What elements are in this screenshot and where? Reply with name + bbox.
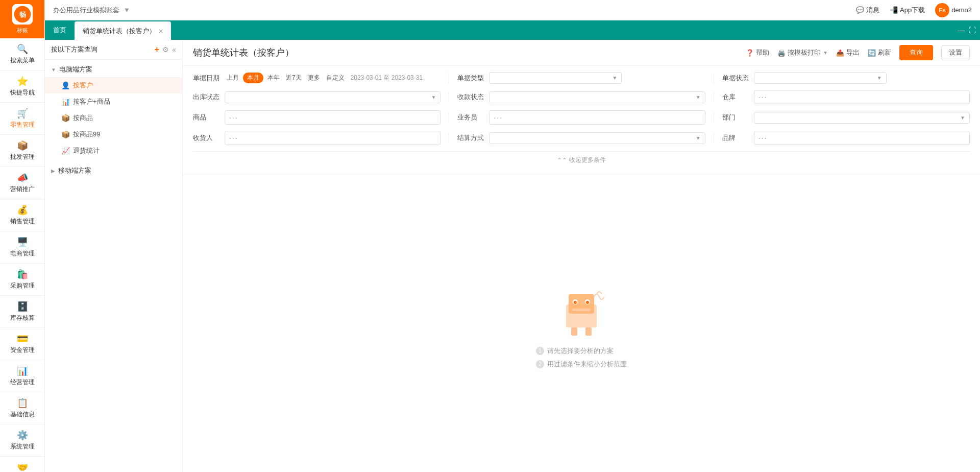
finance-icon: 💳 [17,333,28,344]
sidebar-item-search[interactable]: 🔍 搜索菜单 [0,38,44,70]
sidebar-item-basic[interactable]: 📋 基础信息 [0,392,44,424]
operations-icon: 📊 [17,365,28,376]
brand-dots[interactable]: ··· [758,134,768,142]
sidebar-item-sales[interactable]: 💰 销售管理 [0,199,44,231]
tab-home[interactable]: 首页 [45,20,75,40]
warehouse-dots[interactable]: ··· [758,93,768,101]
hint-item-1: 1 请先选择要分析的方案 [536,346,627,356]
scheme-item-by-goods-label: 按商品 [73,113,93,123]
sidebar-item-wholesale-label: 批发管理 [10,153,35,161]
date-shortcut-7days[interactable]: 近7天 [284,73,304,83]
logo-icon: 畅 [12,4,33,25]
enterprise-icon: 🤝 [17,462,28,472]
top-header-right: 💬 消息 📲 App下载 Ea demo2 [856,3,972,17]
add-scheme-icon[interactable]: + [155,45,159,54]
sidebar-item-marketing[interactable]: 📣 营销推广 [0,167,44,199]
date-shortcut-thisyear[interactable]: 本年 [265,73,282,83]
page-title: 销货单统计表（按客户） [193,46,294,59]
left-panel: 按以下方案查询 + ⚙ « ▼ 电脑端方案 👤 按客户 📊 [45,40,183,472]
appdownload-action[interactable]: 📲 App下载 [890,6,925,15]
sidebar-item-ecommerce[interactable]: 🖥️ 电商管理 [0,231,44,264]
tab-minimize-icon[interactable]: — [958,26,965,34]
scheme-group-mobile[interactable]: ▶ 移动端方案 [45,163,182,178]
date-control: 上月 本月 本年 近7天 更多 自定义 2023-03-01 至 2023-03… [225,73,440,83]
template-print-arrow: ▼ [823,50,828,56]
page-title-area: 销货单统计表（按客户） ❓ 帮助 🖨️ 按模板打印 ▼ 📤 [183,40,980,66]
help-icon: ❓ [746,49,754,57]
date-shortcut-thismonth[interactable]: 本月 [243,73,263,83]
search-icon: 🔍 [17,43,28,55]
scheme-item-by-goods-99[interactable]: 📦 按商品99 [45,126,182,143]
hint-item-2: 2 用过滤条件来缩小分析范围 [536,360,627,369]
marketing-icon: 📣 [17,172,28,183]
sidebar-item-retail[interactable]: 🛒 零售管理 [0,103,44,135]
order-status-chevron: ▼ [877,75,882,81]
template-print-btn[interactable]: 🖨️ 按模板打印 ▼ [777,48,828,57]
department-select[interactable]: ▼ [754,112,970,124]
sidebar-item-purchase[interactable]: 🛍️ 采购管理 [0,264,44,296]
scheme-item-by-customer-goods[interactable]: 📊 按客户+商品 [45,93,182,110]
sidebar-logo-text: 标账 [17,27,28,34]
shipping-select[interactable]: ▼ [225,91,440,103]
message-action[interactable]: 💬 消息 [856,6,879,15]
page-action-bar: ❓ 帮助 🖨️ 按模板打印 ▼ 📤 导出 � [746,45,970,60]
scheme-item-by-customer[interactable]: 👤 按客户 [45,77,182,93]
payment-label: 收款状态 [457,92,486,102]
hint-num-2: 2 [536,360,544,368]
settings-scheme-icon[interactable]: ⚙ [162,45,169,54]
top-header-left: 办公用品行业模拟账套 ▼ [53,6,130,15]
sidebar-item-operations[interactable]: 📊 经营管理 [0,360,44,392]
goods-select[interactable]: ··· [225,110,440,125]
sidebar-item-quicknav[interactable]: ⭐ 快捷导航 [0,70,44,103]
sidebar-item-system[interactable]: ⚙️ 系统管理 [0,424,44,457]
date-shortcut-custom[interactable]: 自定义 [324,73,347,83]
system-icon: ⚙️ [17,430,28,441]
query-button[interactable]: 查询 [899,45,933,60]
warehouse-select[interactable]: ··· [754,90,970,104]
user-action[interactable]: Ea demo2 [935,3,972,17]
empty-hints: 1 请先选择要分析的方案 2 用过滤条件来缩小分析范围 [536,346,627,369]
salesperson-dots[interactable]: ··· [494,113,503,122]
industry-dropdown-icon[interactable]: ▼ [124,6,130,14]
goods-dots[interactable]: ··· [229,113,238,122]
sidebar-item-inventory[interactable]: 🗄️ 库存核算 [0,296,44,328]
customer-icon: 👤 [61,81,70,89]
filter-divider-1 [449,73,449,83]
help-btn[interactable]: ❓ 帮助 [746,48,769,57]
order-type-select[interactable]: ▼ [489,72,622,84]
collapse-row[interactable]: ⌃⌃ 收起更多条件 [193,151,970,169]
settlement-select[interactable]: ▼ [489,132,705,144]
sidebar-item-enterprise[interactable]: 🤝 企业协同 [0,457,44,472]
tab-maximize-icon[interactable]: ⛶ [969,26,976,34]
scheme-item-return-stats[interactable]: 📈 退货统计 [45,143,182,159]
refresh-btn[interactable]: 🔄 刷新 [868,48,891,57]
tab-close-icon[interactable]: × [159,27,163,35]
scheme-item-by-goods[interactable]: 📦 按商品 [45,110,182,126]
sidebar-item-finance[interactable]: 💳 资金管理 [0,328,44,360]
brand-select[interactable]: ··· [754,131,970,145]
filter-divider-4 [714,92,714,102]
svg-rect-10 [585,327,592,336]
export-btn[interactable]: 📤 导出 [836,48,860,57]
order-status-select[interactable]: ▼ [754,72,887,84]
hint-text-2: 用过滤条件来缩小分析范围 [547,360,627,369]
payment-select[interactable]: ▼ [489,91,705,103]
date-shortcut-lastmonth[interactable]: 上月 [225,73,241,83]
receiver-dots[interactable]: ··· [229,134,238,142]
help-label: 帮助 [756,48,769,57]
tab-bar-actions: — ⛶ [958,26,980,34]
sidebar-logo[interactable]: 畅 标账 [0,0,45,38]
scheme-group-desktop[interactable]: ▼ 电脑端方案 [45,62,182,77]
settings-button[interactable]: 设置 [941,45,970,60]
collapse-panel-icon[interactable]: « [172,45,176,54]
tab-sales-stats[interactable]: 销货单统计表（按客户） × [75,21,171,41]
empty-illustration [551,279,612,340]
filter-goods: 商品 ··· [193,110,440,125]
date-shortcut-more[interactable]: 更多 [306,73,322,83]
template-print-icon: 🖨️ [777,49,786,57]
return-stats-icon: 📈 [61,147,70,155]
salesperson-select[interactable]: ··· [489,110,705,125]
sidebar-item-wholesale[interactable]: 📦 批发管理 [0,135,44,167]
sidebar-item-inventory-label: 库存核算 [10,314,35,322]
receiver-select[interactable]: ··· [225,131,440,145]
